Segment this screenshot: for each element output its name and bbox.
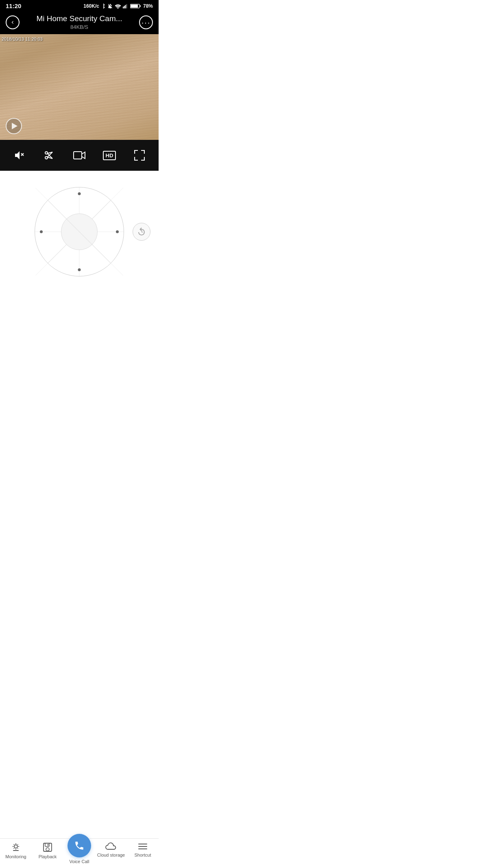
status-bar: 11:20 160K/c 78% [0, 0, 159, 11]
joystick-pad[interactable] [35, 187, 124, 276]
grain-layer2 [0, 34, 159, 140]
svg-rect-6 [139, 5, 140, 7]
hd-badge: HD [103, 151, 116, 160]
svg-rect-5 [131, 4, 138, 7]
fullscreen-button[interactable] [131, 146, 148, 164]
wifi-icon [115, 4, 121, 9]
record-button[interactable] [70, 146, 88, 164]
dot-right [116, 231, 119, 233]
signal-icon [123, 4, 129, 9]
controls-bar: HD [0, 140, 159, 171]
more-dots-icon: ··· [142, 18, 151, 26]
play-button[interactable] [6, 118, 22, 134]
back-icon [10, 20, 15, 25]
mute-bell-icon [107, 3, 113, 9]
camera-feed: 2018/10/13 11:20:03 [0, 34, 159, 140]
record-icon [73, 150, 85, 160]
battery-icon [130, 3, 142, 9]
quality-button[interactable]: HD [100, 146, 118, 164]
mute-button[interactable] [10, 146, 28, 164]
battery-percent: 78% [143, 3, 153, 9]
vertical-line [79, 187, 80, 276]
svg-rect-2 [125, 5, 126, 8]
header-center: Mi Home Security Cam... 84KB/S [20, 14, 139, 30]
horizontal-line [35, 232, 124, 232]
nav-spacer [0, 285, 159, 317]
svg-rect-0 [123, 7, 124, 8]
bitrate-display: 84KB/S [20, 24, 139, 30]
joystick-container [0, 179, 159, 281]
play-icon [12, 123, 17, 129]
bluetooth-icon [101, 3, 106, 9]
screenshot-button[interactable] [40, 146, 58, 164]
network-speed: 160K/c [83, 3, 99, 9]
dot-bottom [78, 268, 81, 271]
status-right: 160K/c 78% [83, 3, 153, 9]
dot-top [78, 192, 81, 195]
back-button[interactable] [6, 15, 20, 29]
joystick-center[interactable] [61, 213, 98, 250]
dot-left [40, 231, 43, 233]
svg-rect-3 [126, 4, 127, 9]
camera-timestamp: 2018/10/13 11:20:03 [2, 37, 43, 41]
mute-icon [13, 150, 25, 161]
scissors-icon [44, 150, 55, 161]
joystick-area [0, 171, 159, 285]
svg-rect-1 [124, 6, 125, 8]
fullscreen-icon [134, 150, 145, 161]
replay-icon [137, 227, 146, 237]
svg-rect-15 [74, 152, 82, 159]
header: Mi Home Security Cam... 84KB/S ··· [0, 11, 159, 34]
replay-button[interactable] [133, 223, 150, 241]
more-options-button[interactable]: ··· [139, 15, 153, 29]
svg-marker-16 [142, 231, 144, 233]
camera-title: Mi Home Security Cam... [20, 14, 139, 23]
status-time: 11:20 [6, 2, 21, 9]
